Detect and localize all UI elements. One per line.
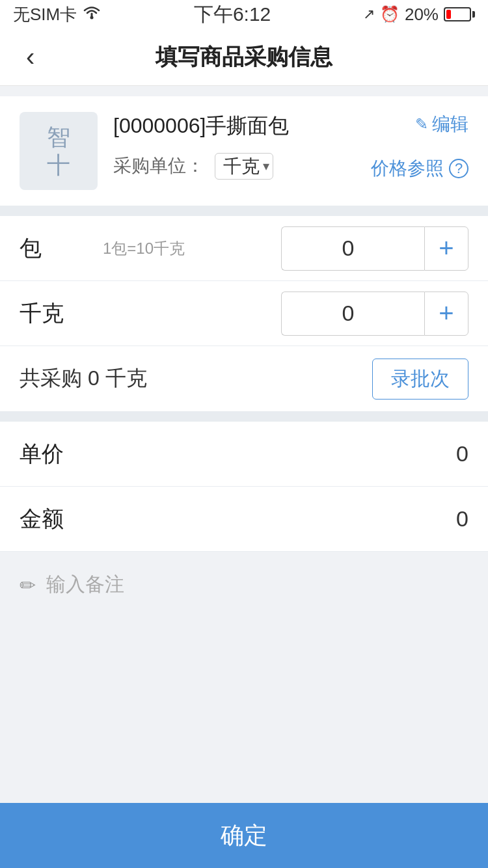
unit-price-value: 0 (456, 441, 468, 467)
kg-input-wrapper: + (281, 292, 468, 336)
status-bar: 无SIM卡 下午6:12 ↗ ⏰ 20% (0, 0, 488, 29)
status-bar-right: ↗ ⏰ 20% (363, 5, 475, 25)
bag-input-row: 包 1包=10千克 + (0, 216, 488, 281)
summary-text: 共采购 0 千克 (20, 364, 147, 393)
bag-label: 包 (20, 234, 98, 264)
notes-section[interactable]: ✏ 输入备注 (0, 552, 488, 747)
kg-input[interactable] (281, 292, 424, 336)
product-image: 智 十 (20, 112, 98, 190)
edit-icon: ✎ (415, 115, 428, 133)
price-section: 单价 0 金额 0 (0, 422, 488, 552)
amount-row: 金额 0 (0, 487, 488, 552)
question-icon: ? (449, 159, 468, 178)
product-card: 智 十 [0000006]手撕面包 采购单位： 千克 包 价格参照 ? ✎ 编辑 (0, 96, 488, 206)
bag-sub-label: 1包=10千克 (103, 238, 185, 259)
bag-plus-button[interactable]: + (424, 226, 468, 271)
product-logo: 智 十 (47, 123, 70, 179)
wifi-icon (82, 5, 102, 25)
unit-price-label: 单价 (20, 439, 64, 469)
summary-section: 共采购 0 千克 录批次 (0, 346, 488, 411)
kg-input-row: 千克 + (0, 281, 488, 346)
amount-value: 0 (456, 506, 468, 532)
back-button[interactable]: ‹ (20, 36, 41, 78)
divider-2 (0, 411, 488, 422)
battery-icon (444, 7, 475, 21)
summary-row: 共采购 0 千克 录批次 (20, 346, 468, 411)
bag-input[interactable] (281, 226, 424, 271)
notes-placeholder: 输入备注 (46, 571, 124, 598)
carrier-label: 无SIM卡 (13, 3, 77, 26)
price-ref-label: 价格参照 (371, 156, 444, 181)
pencil-icon: ✏ (20, 574, 36, 597)
kg-label: 千克 (20, 299, 98, 329)
nav-title: 填写商品采购信息 (156, 42, 332, 72)
alarm-icon: ⏰ (380, 5, 400, 23)
unit-select[interactable]: 千克 包 (215, 153, 273, 180)
edit-button[interactable]: ✎ 编辑 (415, 112, 468, 137)
kg-plus-button[interactable]: + (424, 292, 468, 336)
unit-label: 采购单位： (113, 154, 204, 178)
divider-1 (0, 206, 488, 216)
price-ref-link[interactable]: 价格参照 ? (371, 156, 468, 181)
nav-bar: ‹ 填写商品采购信息 (0, 29, 488, 86)
confirm-label: 确定 (221, 820, 267, 852)
amount-label: 金额 (20, 504, 64, 534)
bag-input-wrapper: + (281, 226, 468, 271)
location-icon: ↗ (363, 6, 375, 23)
input-section: 包 1包=10千克 + 千克 + (0, 216, 488, 346)
unit-price-row: 单价 0 (0, 422, 488, 487)
batch-button[interactable]: 录批次 (372, 359, 468, 400)
unit-select-wrapper[interactable]: 千克 包 (215, 153, 273, 180)
notes-input-area: ✏ 输入备注 (20, 571, 468, 598)
status-bar-left: 无SIM卡 (13, 3, 102, 26)
battery-label: 20% (405, 5, 439, 25)
svg-point-0 (90, 16, 94, 19)
bottom-spacer (0, 747, 488, 812)
confirm-button[interactable]: 确定 (0, 803, 488, 868)
status-bar-time: 下午6:12 (194, 1, 271, 28)
product-unit-row: 采购单位： 千克 包 价格参照 ? (113, 151, 468, 181)
